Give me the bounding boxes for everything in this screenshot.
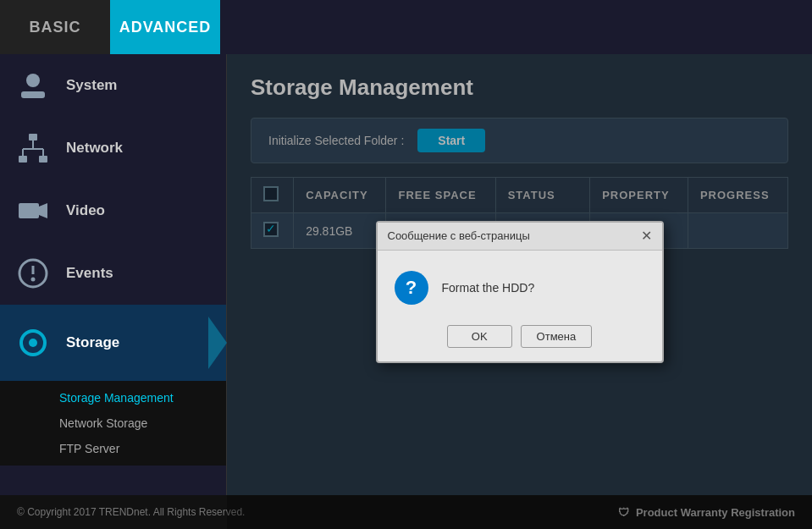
sidebar-submenu-ftp-server[interactable]: FTP Server xyxy=(59,438,226,459)
basic-nav-button[interactable]: BASIC xyxy=(0,0,110,54)
modal-header: Сообщение с веб-страницы ✕ xyxy=(378,223,662,251)
content-area: Storage Management Initialize Selected F… xyxy=(227,54,812,529)
main-layout: System Network xyxy=(0,54,812,529)
svg-rect-4 xyxy=(39,156,47,163)
sidebar-item-storage-label: Storage xyxy=(66,334,119,351)
modal-ok-button[interactable]: OK xyxy=(447,325,512,348)
sidebar-item-network[interactable]: Network xyxy=(0,117,226,179)
sidebar-submenu-network-storage[interactable]: Network Storage xyxy=(59,413,226,433)
sidebar-submenu: Storage Management Network Storage FTP S… xyxy=(0,381,226,466)
modal-title: Сообщение с веб-страницы xyxy=(388,229,530,242)
svg-marker-10 xyxy=(39,203,47,218)
sidebar-item-system-label: System xyxy=(66,77,117,94)
top-nav: BASIC ADVANCED xyxy=(0,0,812,54)
modal-body: ? Format the HDD? xyxy=(378,251,662,318)
svg-rect-3 xyxy=(19,156,27,163)
advanced-nav-button[interactable]: ADVANCED xyxy=(110,0,220,54)
svg-rect-1 xyxy=(21,91,45,98)
sidebar-item-video-label: Video xyxy=(66,202,105,219)
storage-icon xyxy=(14,323,52,362)
svg-rect-9 xyxy=(19,203,39,218)
sidebar-item-video[interactable]: Video xyxy=(0,179,226,242)
svg-point-0 xyxy=(26,74,40,87)
sidebar: System Network xyxy=(0,54,227,529)
modal-cancel-button[interactable]: Отмена xyxy=(521,325,593,348)
svg-point-13 xyxy=(31,278,36,282)
modal-overlay: Сообщение с веб-страницы ✕ ? Format the … xyxy=(227,54,812,529)
modal-message: Format the HDD? xyxy=(442,281,535,295)
system-icon xyxy=(14,66,52,105)
svg-point-15 xyxy=(29,339,37,347)
modal-close-button[interactable]: ✕ xyxy=(641,229,652,243)
question-icon: ? xyxy=(395,271,428,305)
events-icon xyxy=(14,254,52,293)
sidebar-item-events[interactable]: Events xyxy=(0,242,226,305)
svg-rect-2 xyxy=(29,134,37,141)
sidebar-submenu-storage-management[interactable]: Storage Management xyxy=(59,388,226,408)
sidebar-item-system[interactable]: System xyxy=(0,54,226,117)
sidebar-item-events-label: Events xyxy=(66,265,113,282)
storage-arrow xyxy=(208,317,227,369)
video-icon xyxy=(14,191,52,230)
sidebar-item-network-label: Network xyxy=(66,140,123,157)
network-icon xyxy=(14,129,52,168)
copyright-text: © Copyright 2017 TRENDnet. All Rights Re… xyxy=(17,506,245,518)
modal-dialog: Сообщение с веб-страницы ✕ ? Format the … xyxy=(376,221,664,363)
sidebar-item-storage[interactable]: Storage xyxy=(0,305,226,381)
modal-footer: OK Отмена xyxy=(378,318,662,361)
